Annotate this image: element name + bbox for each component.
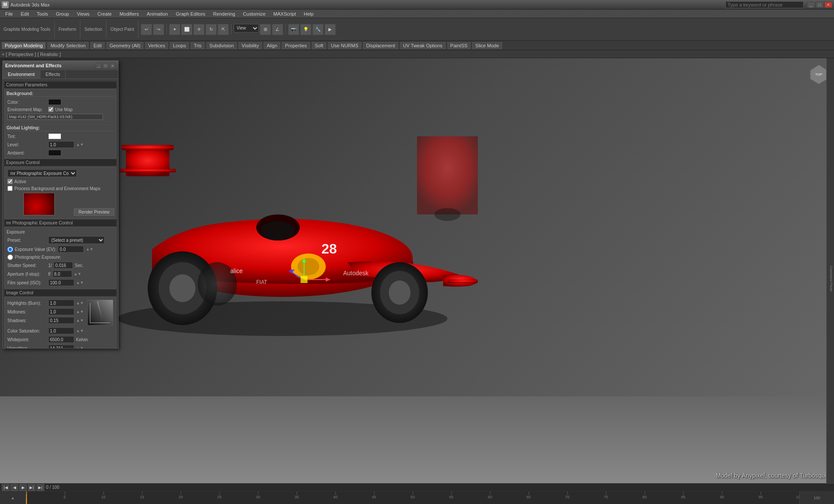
environment-tab[interactable]: Environment	[3, 70, 40, 79]
uv-tweak-tab[interactable]: UV Tweak Options	[400, 42, 446, 49]
menu-file[interactable]: File	[2, 10, 17, 17]
viewport[interactable]: 28 Autodesk alice FIAT	[0, 58, 834, 483]
shutter-input[interactable]	[53, 262, 73, 269]
timeline-area[interactable]: ▲ 05101520253035404550556065707580859095…	[0, 491, 834, 504]
polygon-modeling-tab[interactable]: Polygon Modeling	[2, 42, 46, 49]
breadcrumb-bar: + [ Perspective ] [ Realistic ]	[0, 50, 834, 58]
tint-row: Tint:	[7, 132, 114, 140]
shadows-input[interactable]	[48, 317, 74, 324]
level-input[interactable]	[48, 141, 74, 148]
panel-maximize-button[interactable]: □	[103, 63, 109, 69]
panel-minimize-button[interactable]: _	[96, 63, 102, 69]
tris-tab[interactable]: Tris	[191, 42, 205, 49]
timeline-track[interactable]: 0510152025303540455055606570758085909510…	[26, 491, 799, 504]
move-button[interactable]: ✛	[193, 24, 205, 35]
displacement-tab[interactable]: Displacement	[363, 42, 398, 49]
redo-button[interactable]: ↪	[153, 24, 164, 35]
menu-rendering[interactable]: Rendering	[210, 10, 239, 17]
loops-tab[interactable]: Loops	[170, 42, 189, 49]
close-button[interactable]: ✕	[824, 2, 832, 8]
minimize-button[interactable]: _	[807, 2, 815, 8]
maximize-button[interactable]: □	[816, 2, 824, 8]
tint-swatch[interactable]	[48, 133, 61, 139]
exposure-control-header[interactable]: Exposure Control	[4, 159, 116, 166]
search-input[interactable]	[725, 1, 804, 8]
use-nurms-tab[interactable]: Use NURMS	[328, 42, 361, 49]
menu-animation[interactable]: Animation	[143, 10, 172, 17]
light-button[interactable]: 💡	[300, 24, 311, 35]
play-button[interactable]: ▶	[19, 484, 27, 491]
background-title: Background:	[7, 91, 114, 97]
visibility-tab[interactable]: Visibility	[238, 42, 262, 49]
film-speed-input[interactable]	[48, 279, 74, 286]
menu-help[interactable]: Help	[300, 10, 317, 17]
menu-maxscript[interactable]: MAXScript	[270, 10, 299, 17]
snap-button[interactable]: ⊞	[260, 24, 271, 35]
properties-tab[interactable]: Properties	[282, 42, 310, 49]
menu-customize[interactable]: Customize	[239, 10, 269, 17]
menu-create[interactable]: Create	[94, 10, 115, 17]
timeline-range: 0 / 100	[46, 485, 60, 490]
undo-button[interactable]: ↩	[141, 24, 152, 35]
reference-coord-dropdown[interactable]: ViewScreenWorld	[234, 24, 259, 33]
next-frame-button[interactable]: ▶|	[28, 484, 36, 491]
film-speed-label: Film speed (ISO):	[7, 280, 46, 285]
color-sat-input[interactable]	[48, 327, 74, 334]
f1-car-model: 28 Autodesk alice FIAT	[87, 93, 478, 353]
camera-button[interactable]: 📷	[288, 24, 299, 35]
menu-modifiers[interactable]: Modifiers	[116, 10, 142, 17]
svg-text:TOP: TOP	[815, 72, 822, 76]
process-bg-checkbox[interactable]	[7, 186, 13, 191]
render-preview-button[interactable]: Render Preview	[74, 208, 114, 216]
map-value-button[interactable]: Map #142 (SM_HDRI-Pack1-03.hdr)	[7, 114, 103, 120]
menu-graph-editors[interactable]: Graph Editors	[172, 10, 209, 17]
exposure-type-select[interactable]: mr Photographic Exposure Contr...	[7, 169, 77, 177]
ev-row: Exposure Value (EV): ▲▼	[7, 245, 114, 254]
menu-views[interactable]: Views	[73, 10, 93, 17]
edit-tab[interactable]: Edit	[90, 42, 105, 49]
slice-mode-tab[interactable]: Slice Mode	[472, 42, 502, 49]
panel-titlebar[interactable]: Environment and Effects _ □ ×	[3, 61, 118, 70]
vignetting-input[interactable]	[48, 345, 74, 348]
soft-tab[interactable]: Soft	[312, 42, 327, 49]
angle-snap-button[interactable]: ∠	[272, 24, 283, 35]
prev-frame-button[interactable]: ◀	[10, 484, 18, 491]
midtones-input[interactable]	[48, 308, 74, 315]
bg-color-swatch[interactable]	[48, 99, 61, 105]
ev-input[interactable]	[58, 246, 84, 253]
vertices-tab[interactable]: Vertices	[145, 42, 168, 49]
select-button[interactable]: ✦	[169, 24, 180, 35]
rotate-button[interactable]: ↻	[205, 24, 217, 35]
paintss-tab[interactable]: PaintSS	[447, 42, 471, 49]
align-tab[interactable]: Align	[264, 42, 280, 49]
effects-tab[interactable]: Effects	[40, 70, 66, 79]
common-params-header[interactable]: Common Parameters	[4, 82, 116, 88]
mr-exposure-header[interactable]: mr Photographic Exposure Control	[4, 220, 116, 226]
use-map-checkbox[interactable]	[48, 107, 53, 112]
image-control-header[interactable]: Image Control	[4, 290, 116, 296]
active-checkbox[interactable]	[7, 179, 13, 184]
timeline-label: 75	[604, 495, 608, 499]
modify-selection-tab[interactable]: Modify Selection	[47, 42, 89, 49]
select-region-button[interactable]: ⬜	[181, 24, 192, 35]
preset-select[interactable]: (Select a preset)	[48, 236, 105, 244]
goto-start-button[interactable]: |◀	[2, 484, 10, 491]
render-button[interactable]: ▶	[324, 24, 336, 35]
menu-tools[interactable]: Tools	[33, 10, 52, 17]
playback-controls: |◀ ◀ ▶ ▶| ▶|	[2, 484, 44, 491]
goto-end-button[interactable]: ▶|	[36, 484, 44, 491]
highlights-input[interactable]	[48, 300, 74, 306]
scale-button[interactable]: ⇱	[218, 24, 229, 35]
menu-group[interactable]: Group	[52, 10, 73, 17]
geometry-all-tab[interactable]: Geometry (All)	[106, 42, 143, 49]
ev-radio[interactable]	[7, 247, 13, 252]
menu-edit[interactable]: Edit	[17, 10, 33, 17]
photo-exposure-radio[interactable]	[7, 254, 13, 260]
render-setup-button[interactable]: 🔧	[312, 24, 324, 35]
subdivision-tab[interactable]: Subdivision	[206, 42, 237, 49]
panel-close-button[interactable]: ×	[109, 63, 116, 69]
aperture-input[interactable]	[53, 270, 72, 277]
whitepoint-input[interactable]	[48, 336, 74, 343]
active-label: Active	[14, 179, 26, 184]
ambient-swatch[interactable]	[48, 150, 61, 156]
